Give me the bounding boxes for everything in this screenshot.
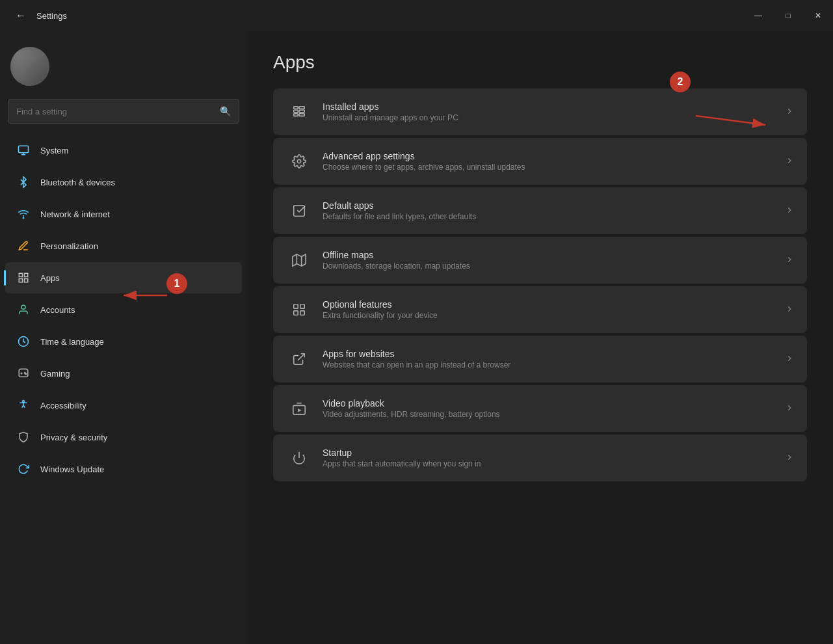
optional-features-chevron bbox=[785, 304, 794, 315]
settings-item-startup[interactable]: StartupApps that start automatically whe… bbox=[273, 435, 807, 481]
svg-marker-23 bbox=[293, 254, 306, 266]
svg-rect-15 bbox=[294, 107, 298, 109]
sidebar-label-time: Time & language bbox=[40, 337, 104, 347]
default-apps-title: Default apps bbox=[323, 200, 780, 211]
svg-rect-19 bbox=[299, 110, 304, 113]
svg-rect-17 bbox=[294, 114, 298, 116]
sidebar-label-personalization: Personalization bbox=[40, 241, 98, 251]
back-button[interactable]: ← bbox=[10, 5, 31, 26]
gaming-icon bbox=[16, 366, 31, 381]
settings-list: Installed appsUninstall and manage apps … bbox=[273, 88, 807, 481]
video-playback-title: Video playback bbox=[323, 398, 780, 409]
sidebar-item-personalization[interactable]: Personalization bbox=[5, 230, 242, 262]
update-icon bbox=[16, 461, 31, 477]
settings-item-optional-features[interactable]: Optional featuresExtra functionality for… bbox=[273, 286, 807, 333]
minimize-button[interactable]: — bbox=[743, 0, 773, 31]
svg-rect-0 bbox=[19, 146, 29, 153]
svg-rect-18 bbox=[299, 107, 304, 109]
optional-features-icon bbox=[286, 297, 312, 323]
sidebar-label-gaming: Gaming bbox=[40, 369, 70, 379]
video-playback-icon bbox=[286, 396, 312, 422]
sidebar-item-bluetooth[interactable]: Bluetooth & devices bbox=[5, 167, 242, 198]
optional-features-title: Optional features bbox=[323, 299, 780, 310]
sidebar: 🔍 SystemBluetooth & devicesNetwork & int… bbox=[0, 31, 247, 644]
default-apps-icon bbox=[286, 198, 312, 224]
sidebar-item-time[interactable]: Time & language bbox=[5, 326, 242, 357]
apps-for-websites-desc: Websites that can open in an app instead… bbox=[323, 360, 780, 369]
startup-title: Startup bbox=[323, 448, 780, 458]
search-box[interactable]: 🔍 bbox=[8, 99, 239, 124]
sidebar-label-system: System bbox=[40, 146, 68, 155]
advanced-app-settings-chevron bbox=[785, 156, 794, 167]
accounts-icon bbox=[16, 302, 31, 317]
sidebar-item-update[interactable]: Windows Update bbox=[5, 453, 242, 485]
sidebar-item-privacy[interactable]: Privacy & security bbox=[5, 422, 242, 453]
sidebar-label-accounts: Accounts bbox=[40, 305, 75, 315]
settings-item-advanced-app-settings[interactable]: Advanced app settingsChoose where to get… bbox=[273, 138, 807, 185]
search-container: 🔍 bbox=[0, 99, 247, 131]
offline-maps-icon bbox=[286, 247, 312, 273]
apps-icon bbox=[16, 270, 31, 286]
video-playback-text: Video playbackVideo adjustments, HDR str… bbox=[323, 398, 780, 419]
back-icon: ← bbox=[16, 10, 26, 21]
sidebar-label-network: Network & internet bbox=[40, 209, 110, 219]
maximize-button[interactable]: □ bbox=[773, 0, 803, 31]
settings-item-offline-maps[interactable]: Offline mapsDownloads, storage location,… bbox=[273, 237, 807, 284]
sidebar-item-system[interactable]: System bbox=[5, 135, 242, 166]
startup-text: StartupApps that start automatically whe… bbox=[323, 448, 780, 468]
svg-rect-28 bbox=[300, 311, 304, 315]
sidebar-label-accessibility: Accessibility bbox=[40, 401, 86, 410]
video-playback-desc: Video adjustments, HDR streaming, batter… bbox=[323, 410, 780, 419]
startup-icon bbox=[286, 445, 312, 471]
svg-rect-5 bbox=[25, 273, 28, 276]
sidebar-item-network[interactable]: Network & internet bbox=[5, 198, 242, 230]
apps-for-websites-icon bbox=[286, 346, 312, 372]
offline-maps-title: Offline maps bbox=[323, 250, 780, 260]
sidebar-item-accounts[interactable]: Accounts bbox=[5, 294, 242, 325]
svg-point-14 bbox=[23, 401, 25, 403]
installed-apps-desc: Uninstall and manage apps on your PC bbox=[323, 113, 780, 122]
sidebar-item-gaming[interactable]: Gaming bbox=[5, 358, 242, 389]
settings-item-apps-for-websites[interactable]: Apps for websitesWebsites that can open … bbox=[273, 336, 807, 382]
content-area: Apps Installed appsUninstall and manage … bbox=[247, 31, 833, 644]
close-button[interactable]: ✕ bbox=[803, 0, 833, 31]
svg-rect-27 bbox=[300, 304, 304, 308]
window-controls: — □ ✕ bbox=[743, 0, 833, 31]
svg-rect-29 bbox=[294, 311, 298, 315]
settings-item-installed-apps[interactable]: Installed appsUninstall and manage apps … bbox=[273, 88, 807, 135]
settings-item-default-apps[interactable]: Default appsDefaults for file and link t… bbox=[273, 187, 807, 234]
svg-point-21 bbox=[297, 159, 301, 163]
page-title: Apps bbox=[273, 52, 807, 73]
offline-maps-chevron bbox=[785, 255, 794, 266]
system-icon bbox=[16, 142, 31, 158]
sidebar-item-accessibility[interactable]: Accessibility bbox=[5, 390, 242, 421]
avatar bbox=[10, 47, 49, 86]
offline-maps-desc: Downloads, storage location, map updates bbox=[323, 262, 780, 271]
bluetooth-icon bbox=[16, 174, 31, 190]
svg-marker-32 bbox=[298, 409, 302, 412]
advanced-app-settings-title: Advanced app settings bbox=[323, 151, 780, 161]
svg-line-30 bbox=[298, 354, 304, 360]
advanced-app-settings-icon bbox=[286, 148, 312, 174]
startup-chevron bbox=[785, 453, 794, 464]
personalization-icon bbox=[16, 238, 31, 254]
default-apps-text: Default appsDefaults for file and link t… bbox=[323, 200, 780, 221]
accessibility-icon bbox=[16, 397, 31, 413]
installed-apps-text: Installed appsUninstall and manage apps … bbox=[323, 101, 780, 122]
svg-rect-6 bbox=[25, 279, 28, 282]
advanced-app-settings-text: Advanced app settingsChoose where to get… bbox=[323, 151, 780, 172]
settings-item-video-playback[interactable]: Video playbackVideo adjustments, HDR str… bbox=[273, 385, 807, 432]
sidebar-item-apps[interactable]: Apps bbox=[5, 262, 242, 293]
search-input[interactable] bbox=[16, 107, 217, 116]
installed-apps-chevron bbox=[785, 107, 794, 118]
app-title: Settings bbox=[36, 11, 67, 21]
sidebar-label-update: Windows Update bbox=[40, 464, 104, 474]
installed-apps-title: Installed apps bbox=[323, 101, 780, 112]
svg-rect-20 bbox=[299, 114, 304, 116]
svg-rect-22 bbox=[294, 206, 305, 217]
offline-maps-text: Offline mapsDownloads, storage location,… bbox=[323, 250, 780, 271]
svg-point-8 bbox=[21, 305, 25, 309]
sidebar-label-apps: Apps bbox=[40, 273, 60, 283]
default-apps-desc: Defaults for file and link types, other … bbox=[323, 212, 780, 221]
nav-list: SystemBluetooth & devicesNetwork & inter… bbox=[0, 131, 247, 644]
